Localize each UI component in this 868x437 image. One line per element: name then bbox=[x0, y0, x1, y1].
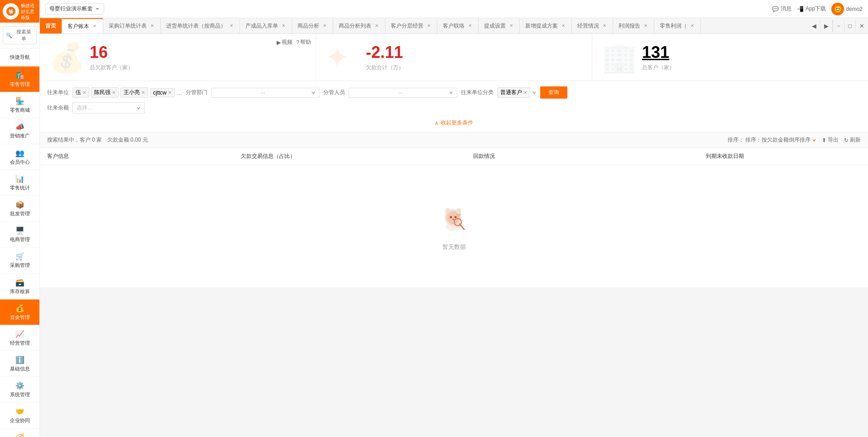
app-logo: 畅 畅捷通好生意 标版 bbox=[0, 0, 39, 23]
sort-value: 排序：按欠款金额倒序排序 bbox=[745, 136, 810, 144]
results-summary: 搜索结果中，客户 0 家 欠款金额 0.00 元 bbox=[47, 136, 148, 144]
filter-tag-wang: 王小亮 ✕ bbox=[120, 87, 148, 98]
tab-home[interactable]: 首页 bbox=[40, 18, 62, 33]
sidebar-item-retail[interactable]: 🛍️ 零售管理 bbox=[0, 66, 39, 92]
quick-nav-button[interactable]: 快捷导航 bbox=[3, 52, 37, 62]
tab-nav-next[interactable]: ▶ bbox=[820, 20, 833, 32]
sidebar-item-inventory[interactable]: 🗃️ 库存核算 bbox=[0, 274, 39, 299]
filter-tag-wang-close[interactable]: ✕ bbox=[141, 90, 145, 95]
tab-minimize[interactable]: − bbox=[833, 20, 844, 32]
tab-retail-profit[interactable]: 零售利润（ ✕ bbox=[654, 18, 701, 33]
tab-product-analysis-list-close[interactable]: ✕ bbox=[374, 23, 379, 28]
tab-increase-settings[interactable]: 提成设置 ✕ bbox=[479, 18, 520, 33]
tab-new-increase-plan[interactable]: 新增提成方案 ✕ bbox=[520, 18, 572, 33]
tab-customer-contact[interactable]: 客户联络 ✕ bbox=[437, 18, 479, 33]
tab-purchase-order-close[interactable]: ✕ bbox=[149, 23, 155, 28]
user-area[interactable]: 😊 demo2 bbox=[831, 3, 863, 15]
sidebar-search-area: 🔍 搜索菜单 bbox=[0, 23, 39, 48]
stat-total-customers-value[interactable]: 131 bbox=[642, 43, 675, 62]
tab-operations-close[interactable]: ✕ bbox=[602, 23, 607, 28]
finance-icon: 💰 bbox=[15, 304, 24, 313]
help-label: 帮助 bbox=[300, 38, 311, 46]
video-icon: ▶ bbox=[277, 39, 281, 46]
tab-stock-stats-close[interactable]: ✕ bbox=[229, 23, 234, 28]
filter-tag-chen-close[interactable]: ✕ bbox=[112, 90, 115, 95]
tab-customer-book-close[interactable]: ✕ bbox=[92, 24, 97, 29]
tab-stock-stats[interactable]: 进货单统计表（按商品） ✕ bbox=[161, 18, 240, 33]
tab-product-stock[interactable]: 产成品入库单 ✕ bbox=[240, 18, 292, 33]
collapse-button[interactable]: ∧ 收起更多条件 bbox=[435, 119, 473, 127]
tabbar: 首页 客户账本 ✕ 采购订单统计表 ✕ 进货单统计表（按商品） ✕ 产成品入库单… bbox=[40, 18, 868, 34]
tab-customer-book[interactable]: 客户账本 ✕ bbox=[62, 18, 103, 33]
avatar: 😊 bbox=[831, 3, 844, 15]
content-area: 💰 16 总欠款客户（家） ▶ 视频 ? 帮助 bbox=[40, 34, 868, 437]
tab-new-increase-plan-close[interactable]: ✕ bbox=[561, 23, 566, 28]
sidebar-item-enterprise[interactable]: 🤝 企业协同 bbox=[0, 403, 39, 428]
tab-product-analysis-close[interactable]: ✕ bbox=[322, 23, 327, 28]
sidebar-item-purchase[interactable]: 🛒 采购管理 bbox=[0, 247, 39, 273]
stat-debt-customers-text: 16 总欠款客户（家） bbox=[90, 43, 133, 71]
account-selector-label: 母婴行业演示帐套 bbox=[49, 5, 93, 13]
tab-customer-contact-close[interactable]: ✕ bbox=[467, 23, 473, 28]
enterprise-icon: 🤝 bbox=[15, 407, 24, 416]
tab-profit-report-close[interactable]: ✕ bbox=[643, 23, 648, 28]
tab-operations[interactable]: 经营情况 ✕ bbox=[572, 18, 613, 33]
tab-purchase-order[interactable]: 采购订单统计表 ✕ bbox=[103, 18, 161, 33]
tab-new-increase-plan-label: 新增提成方案 bbox=[525, 22, 558, 30]
filter-tag-wu-value: 伍 bbox=[76, 89, 81, 96]
sidebar-item-wholesale[interactable]: 📦 批发管理 bbox=[0, 196, 39, 222]
filter-tag-wu: 伍 ✕ bbox=[72, 87, 89, 98]
tab-product-analysis-list[interactable]: 商品分析列表 ✕ bbox=[333, 18, 385, 33]
filter-tag-wu-close[interactable]: ✕ bbox=[82, 90, 86, 95]
tab-customer-tier[interactable]: 客户分层经营 ✕ bbox=[385, 18, 437, 33]
tab-increase-settings-close[interactable]: ✕ bbox=[508, 23, 514, 28]
person-select[interactable]: ··· bbox=[349, 88, 457, 98]
video-link[interactable]: ▶ 视频 bbox=[277, 38, 293, 46]
sidebar-item-new-guide[interactable]: 🧭 新手引导 bbox=[0, 429, 39, 437]
help-link[interactable]: ? 帮助 bbox=[296, 38, 311, 46]
empty-illustration bbox=[436, 201, 472, 238]
sidebar-item-retail-stats[interactable]: 📊 零售统计 bbox=[0, 170, 39, 196]
sidebar-item-marketing[interactable]: 📣 营销推广 bbox=[0, 118, 39, 144]
tab-nav-prev[interactable]: ◀ bbox=[808, 20, 820, 32]
sidebar-item-operations[interactable]: 📈 经营管理 bbox=[0, 325, 39, 351]
stat-actions: ▶ 视频 ? 帮助 bbox=[277, 38, 311, 46]
tab-product-analysis[interactable]: 商品分析 ✕ bbox=[292, 18, 333, 33]
app-download-action[interactable]: 📲 App下载 bbox=[797, 5, 826, 13]
user-name: demo2 bbox=[846, 6, 863, 12]
message-action[interactable]: 💬 消息 bbox=[772, 5, 791, 13]
query-button[interactable]: 查询 bbox=[540, 86, 567, 99]
sidebar-item-retail-mall[interactable]: 🏪 零售商城 bbox=[0, 92, 39, 118]
sidebar-item-ecommerce[interactable]: 🖥️ 电商管理 bbox=[0, 222, 39, 247]
tab-customer-tier-close[interactable]: ✕ bbox=[426, 23, 432, 28]
filter-tag-cjttcw: cjttcw ✕ bbox=[150, 88, 175, 97]
filter-tag-normal-customer-close[interactable]: ✕ bbox=[523, 90, 527, 95]
tab-retail-profit-close[interactable]: ✕ bbox=[690, 23, 695, 28]
tab-close-all[interactable]: ✕ bbox=[855, 20, 868, 32]
refresh-button[interactable]: ↻ 刷新 bbox=[844, 136, 861, 144]
stat-debt-customers: 💰 16 总欠款客户（家） ▶ 视频 ? 帮助 bbox=[40, 34, 316, 81]
tab-maximize[interactable]: □ bbox=[844, 20, 855, 32]
export-button[interactable]: ⬆ 导出 bbox=[822, 136, 839, 144]
filter-row-2: 往来余额 选择... bbox=[47, 102, 861, 114]
tab-increase-settings-label: 提成设置 bbox=[484, 22, 506, 30]
balance-select[interactable]: 选择... bbox=[72, 102, 145, 114]
search-menu-button[interactable]: 🔍 搜索菜单 bbox=[3, 26, 37, 44]
filter-tag-cjttcw-close[interactable]: ✕ bbox=[168, 90, 172, 95]
sort-selector[interactable]: 排序： 排序：按欠款金额倒序排序 bbox=[728, 136, 816, 144]
inventory-icon: 🗃️ bbox=[15, 278, 24, 287]
new-guide-icon: 🧭 bbox=[15, 433, 24, 437]
sidebar-item-basic-info[interactable]: ℹ️ 基础信息 bbox=[0, 351, 39, 377]
unit-filter-more[interactable]: ... bbox=[177, 89, 182, 96]
sidebar-item-member[interactable]: 👥 会员中心 bbox=[0, 144, 39, 170]
tab-product-stock-close[interactable]: ✕ bbox=[281, 23, 286, 28]
refresh-label: 刷新 bbox=[850, 136, 861, 144]
sidebar-item-finance[interactable]: 💰 资金管理 bbox=[0, 299, 39, 325]
stat-debt-amount-value: -2.11 bbox=[366, 43, 404, 62]
tab-profit-report[interactable]: 利润报告 ✕ bbox=[613, 18, 654, 33]
account-selector[interactable]: 母婴行业演示帐套 bbox=[45, 3, 104, 14]
marketing-icon: 📣 bbox=[15, 123, 24, 131]
sidebar-item-system[interactable]: ⚙️ 系统管理 bbox=[0, 377, 39, 403]
dept-select[interactable]: ··· bbox=[211, 88, 320, 98]
stat-debt-amount: ✦ -2.11 欠款合计（万） bbox=[316, 34, 592, 81]
